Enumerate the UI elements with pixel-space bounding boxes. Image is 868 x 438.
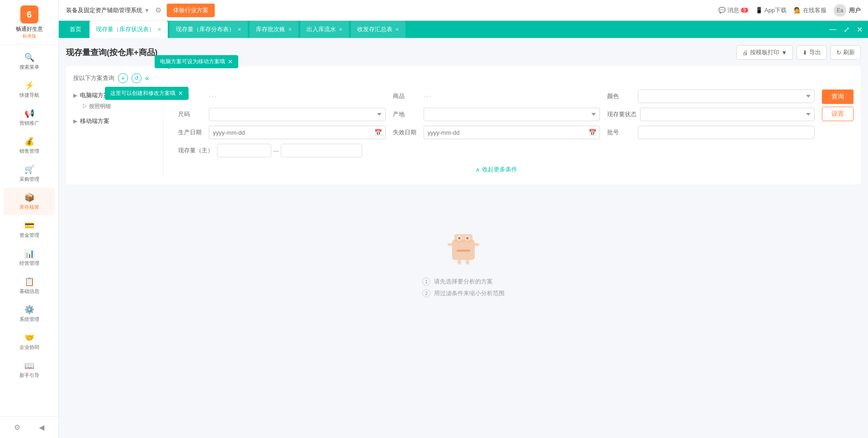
sidebar-item-purchase-label: 采购管理 xyxy=(19,176,39,183)
sidebar-item-sales[interactable]: 💰 销售管理 xyxy=(4,132,55,159)
support-btn[interactable]: 💁 在线客服 xyxy=(794,6,826,14)
expire-date-input[interactable] xyxy=(424,126,600,139)
goods-dots[interactable]: ··· xyxy=(424,92,432,100)
message-icon: 💬 xyxy=(718,7,726,14)
sidebar-item-basic-label: 基础信息 xyxy=(19,288,39,295)
more-conditions-btn[interactable]: ∧ 收起更多条件 xyxy=(178,162,815,177)
tab-inventory-dist-close[interactable]: ✕ xyxy=(237,27,241,33)
tab-inout-flow-close[interactable]: ✕ xyxy=(339,27,343,33)
size-select[interactable] xyxy=(209,108,386,121)
origin-field: 产地 xyxy=(393,108,600,121)
main-content: 装备及固定资产辅助管理系统 ▼ ⚙ 体验行业方案 💬 消息 9 📱 App下载 … xyxy=(59,0,868,438)
batch-field: 批号 xyxy=(607,126,815,139)
sidebar-item-search[interactable]: 🔍 搜索菜单 xyxy=(4,48,55,75)
stock-main-max[interactable] xyxy=(281,144,362,157)
collapse-btn[interactable]: ◀ xyxy=(37,421,46,433)
sidebar-bottom: ⚙ ◀ xyxy=(0,416,58,438)
sidebar-item-system-label: 系统管理 xyxy=(19,316,39,323)
avatar: Ea xyxy=(834,4,846,17)
edit-filter-btn[interactable]: ↺ xyxy=(132,73,142,83)
refresh-btn[interactable]: ↻ 刷新 xyxy=(830,45,861,60)
page-title: 现存量查询(按仓库+商品) xyxy=(66,47,158,58)
tab-batch-ledger-close[interactable]: ✕ xyxy=(288,27,292,33)
export-label: 导出 xyxy=(809,48,821,57)
produce-date-label: 生产日期 xyxy=(178,128,205,137)
tab-close-all-btn[interactable]: ✕ xyxy=(855,24,864,36)
desktop-scheme-child[interactable]: ▷ 按照明细 xyxy=(82,101,156,112)
tab-inout-flow[interactable]: 出入库流水 ✕ xyxy=(300,21,349,38)
expire-date-input-wrap: 📅 xyxy=(424,126,600,139)
tooltip-1-close[interactable]: ✕ xyxy=(228,58,233,65)
dropdown-arrow-icon: ▼ xyxy=(144,7,150,14)
export-btn[interactable]: ⬇ 导出 xyxy=(797,45,827,60)
tab-collect-summary-close[interactable]: ✕ xyxy=(395,27,399,33)
search-btn[interactable]: 查询 xyxy=(822,89,854,104)
batch-label: 批号 xyxy=(607,128,634,137)
tab-maximize-btn[interactable]: ⤢ xyxy=(842,24,851,36)
app-download-btn[interactable]: 📱 App下载 xyxy=(755,6,787,14)
empty-state: 1 请先选择要分析的方案 2 用过滤条件来缩小分析范围 xyxy=(66,190,861,335)
color-select[interactable] xyxy=(638,89,815,103)
reset-btn[interactable]: 设置 xyxy=(822,107,854,121)
message-btn[interactable]: 💬 消息 9 xyxy=(718,6,748,14)
sidebar-item-finance[interactable]: 💳 资金管理 xyxy=(4,216,55,243)
filter-arrow-btn[interactable]: « xyxy=(145,74,149,82)
tooltip-1-text: 电脑方案可设为移动方案哦 xyxy=(160,58,225,66)
tab-inventory-status[interactable]: 现存量（库存状况表） ✕ xyxy=(90,21,168,38)
user-info[interactable]: Ea 用户 xyxy=(834,4,861,17)
svg-rect-7 xyxy=(448,243,453,246)
sidebar-item-basic[interactable]: 📋 基础信息 xyxy=(4,272,55,299)
settings-gear-btn[interactable]: ⚙ xyxy=(155,6,161,14)
template-print-btn[interactable]: 🖨 按模板打印 ▼ xyxy=(736,45,793,60)
system-title-dropdown[interactable]: 装备及固定资产辅助管理系统 ▼ xyxy=(66,6,150,14)
tip-item-2: 2 用过滤条件来缩小分析范围 xyxy=(422,287,505,299)
mobile-scheme-arrow[interactable]: ▶ xyxy=(73,118,77,124)
stock-main-min[interactable] xyxy=(217,144,271,157)
logo-sub: 标准版 xyxy=(23,33,36,39)
sidebar-item-purchase[interactable]: 🛒 采购管理 xyxy=(4,160,55,187)
tab-inout-flow-label: 出入库流水 xyxy=(307,25,336,33)
sidebar-item-search-label: 搜索菜单 xyxy=(19,64,39,71)
tab-batch-ledger[interactable]: 库存批次账 ✕ xyxy=(250,21,298,38)
origin-select[interactable] xyxy=(424,108,600,121)
dropdown-print-icon: ▼ xyxy=(781,49,787,56)
warehouse-dots[interactable]: ··· xyxy=(209,92,217,100)
tooltip-2-close[interactable]: ✕ xyxy=(178,90,183,97)
industry-btn[interactable]: 体验行业方案 xyxy=(167,4,215,17)
add-filter-btn[interactable]: + xyxy=(118,73,128,83)
sidebar-item-inventory[interactable]: 📦 库存核算 xyxy=(4,188,55,215)
refresh-icon: ↻ xyxy=(836,49,841,56)
batch-input[interactable] xyxy=(638,126,815,139)
sidebar-item-system[interactable]: ⚙️ 系统管理 xyxy=(4,300,55,327)
tab-inventory-dist[interactable]: 现存量（库存分布表） ✕ xyxy=(170,21,248,38)
svg-point-5 xyxy=(466,237,469,240)
tab-collect-summary[interactable]: 收发存汇总表 ✕ xyxy=(351,21,406,38)
expire-date-label: 失效日期 xyxy=(393,128,420,137)
tab-minimize-btn[interactable]: — xyxy=(827,24,838,35)
sidebar-item-finance-label: 资金管理 xyxy=(19,232,39,239)
produce-date-input[interactable] xyxy=(209,126,386,139)
goods-field: 商品 ··· xyxy=(393,89,600,103)
sidebar-logo: 6 畅通好生意 标准版 xyxy=(0,0,58,45)
sidebar-item-quick[interactable]: ⚡ 快捷导航 xyxy=(4,76,55,103)
sidebar-item-enterprise[interactable]: 🤝 企业协同 xyxy=(4,328,55,355)
produce-date-field: 生产日期 📅 xyxy=(178,126,386,139)
sidebar-item-operation[interactable]: 📊 经营管理 xyxy=(4,244,55,271)
settings-bottom-btn[interactable]: ⚙ xyxy=(12,421,22,433)
desktop-scheme-arrow[interactable]: ▶ xyxy=(73,92,77,99)
stock-status-select[interactable] xyxy=(640,108,815,121)
mobile-scheme-tree: ▶ 移动端方案 xyxy=(73,115,156,127)
tab-home[interactable]: 首页 xyxy=(62,21,89,38)
size-field: 尺码 xyxy=(178,108,386,121)
sidebar-item-operation-label: 经营管理 xyxy=(19,260,39,267)
empty-tips: 1 请先选择要分析的方案 2 用过滤条件来缩小分析范围 xyxy=(422,276,505,299)
mobile-scheme-item[interactable]: ▶ 移动端方案 xyxy=(73,115,156,127)
range-separator: — xyxy=(273,147,279,154)
sidebar-item-guide[interactable]: 📖 新手引导 xyxy=(4,356,55,383)
message-label: 消息 xyxy=(727,6,739,14)
expire-date-calendar-icon[interactable]: 📅 xyxy=(589,129,596,136)
produce-date-calendar-icon[interactable]: 📅 xyxy=(374,129,382,136)
sidebar-item-marketing[interactable]: 📢 营销推广 xyxy=(4,104,55,131)
operation-nav-icon: 📊 xyxy=(24,249,34,259)
tab-inventory-status-close[interactable]: ✕ xyxy=(157,27,161,33)
